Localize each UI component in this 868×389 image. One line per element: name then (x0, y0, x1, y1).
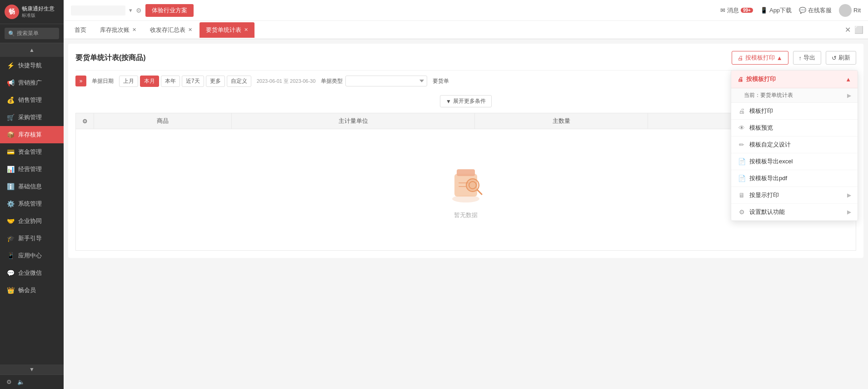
sidebar-item-purchase[interactable]: 🛒 采购管理 (0, 109, 64, 126)
dropdown-item-template-preview[interactable]: 👁 模板预览 (731, 120, 858, 136)
date-current-month-btn[interactable]: 本月 (140, 76, 159, 87)
sidebar-item-member[interactable]: 👑 畅会员 (0, 282, 64, 299)
dropdown-item-template-export-pdf[interactable]: 📄 按模板导出pdf (731, 170, 858, 187)
date-current-year-btn[interactable]: 本年 (161, 76, 180, 87)
sidebar-item-marketing[interactable]: 📢 营销推广 (0, 74, 64, 91)
sidebar-item-operations[interactable]: 📊 经营管理 (0, 161, 64, 178)
expand-more-btn[interactable]: ▼ 展开更多条件 (440, 95, 492, 107)
app-logo-icon: 畅 (5, 5, 19, 19)
page-title: 要货单统计表(按商品) (75, 53, 146, 63)
topbar-dropdown-arrow[interactable]: ▾ (129, 7, 132, 14)
tab-inventory-batch[interactable]: 库存批次账 ✕ (94, 22, 143, 38)
trial-btn[interactable]: 体验行业方案 (145, 4, 194, 17)
order-type-select[interactable] (345, 76, 427, 86)
dropdown-sub-item-set-default[interactable]: ⚙ 设置默认功能 ▶ (731, 204, 858, 221)
empty-state-icon (443, 160, 489, 206)
dropdown-sub-item-display-print[interactable]: 🖥 按显示打印 ▶ (731, 187, 858, 204)
dropdown-current-item[interactable]: 当前：要货单统计表 ▶ (731, 88, 858, 103)
sidebar-item-label: 经营管理 (18, 165, 42, 173)
sidebar-item-newbie[interactable]: 🎓 新手引导 (0, 230, 64, 247)
sales-icon: 💰 (6, 96, 15, 104)
sidebar-item-system[interactable]: ⚙️ 系统管理 (0, 195, 64, 212)
date-last7-btn[interactable]: 近7天 (182, 76, 204, 87)
empty-state-text: 暂无数据 (454, 211, 478, 219)
main-area: ▾ ⚙ 体验行业方案 ✉ 消息 99+ 📱 App下载 💬 在线客服 Rit (64, 0, 868, 389)
dropdown-item-template-print[interactable]: 🖨 模板打印 (731, 103, 858, 120)
table-settings-icon[interactable]: ⚙ (82, 118, 88, 125)
sidebar-item-label: 企业微信 (18, 269, 42, 277)
sidebar-item-label: 资金管理 (18, 148, 42, 156)
tab-minimize-icon[interactable]: ✕ (845, 25, 851, 34)
dropdown-item-template-print-label: 模板打印 (749, 107, 773, 115)
dropdown-header[interactable]: 🖨 按模板打印 ▲ (731, 71, 858, 88)
page-actions: 🖨 按模板打印 ▲ ↑ 导出 ↺ 刷新 (732, 51, 856, 65)
tab-order-summary-close[interactable]: ✕ (244, 27, 248, 33)
sidebar-item-inventory[interactable]: 📦 库存核算 (0, 126, 64, 143)
tab-order-summary[interactable]: 要货单统计表 ✕ (200, 22, 254, 38)
sidebar-item-basic[interactable]: ℹ️ 基础信息 (0, 178, 64, 195)
sidebar-item-appstore[interactable]: 📱 应用中心 (0, 247, 64, 264)
messages-btn[interactable]: ✉ 消息 99+ (720, 6, 753, 15)
settings-footer-icon[interactable]: ⚙ (6, 379, 12, 385)
tab-receivable-summary[interactable]: 收发存汇总表 ✕ (144, 22, 199, 38)
tab-window-controls: ✕ ⬜ (845, 25, 863, 34)
tab-home[interactable]: 首页 (68, 22, 93, 38)
member-icon: 👑 (6, 287, 15, 294)
tab-inventory-batch-close[interactable]: ✕ (132, 27, 136, 33)
app-download-btn[interactable]: 📱 App下载 (760, 6, 792, 15)
dropdown-display-print-label: 按显示打印 (749, 191, 779, 199)
page-title-row: 要货单统计表(按商品) 🖨 按模板打印 ▲ ↑ 导出 ↺ 刷新 (75, 51, 856, 65)
sidebar-scroll-up[interactable]: ▲ (2, 45, 62, 55)
dropdown-header-collapse-arrow[interactable]: ▲ (845, 76, 851, 83)
user-avatar-btn[interactable]: Rit (839, 4, 861, 17)
username-label: Rit (853, 7, 861, 14)
template-print-btn[interactable]: 🖨 按模板打印 ▲ (732, 51, 788, 65)
refresh-btn[interactable]: ↺ 刷新 (826, 51, 856, 65)
date-prev-month-btn[interactable]: 上月 (119, 76, 138, 87)
system-icon: ⚙️ (6, 200, 15, 207)
refresh-label: 刷新 (838, 54, 850, 62)
order-type-filter: 单据类型 (321, 76, 427, 86)
messages-icon: ✉ (720, 7, 725, 14)
tab-maximize-icon[interactable]: ⬜ (854, 25, 863, 34)
dropdown-display-print-arrow: ▶ (847, 192, 851, 198)
sidebar-item-wechat[interactable]: 💬 企业微信 (0, 264, 64, 282)
template-preview-item-icon: 👁 (738, 124, 746, 131)
sidebar-item-finance[interactable]: 💳 资金管理 (0, 143, 64, 161)
topbar-left: ▾ ⚙ 体验行业方案 (71, 4, 194, 17)
date-range-label: 2023-06-01 至 2023-06-30 (257, 78, 316, 85)
col-settings[interactable]: ⚙ (76, 113, 94, 129)
sidebar-scroll-down[interactable]: ▼ (0, 364, 64, 374)
operations-icon: 📊 (6, 166, 15, 173)
sidebar-item-sales[interactable]: 💰 销售管理 (0, 91, 64, 109)
export-btn[interactable]: ↑ 导出 (793, 51, 822, 65)
topbar-gear-icon[interactable]: ⚙ (136, 7, 142, 14)
dropdown-current-label: 当前：要货单统计表 (744, 91, 793, 99)
date-custom-btn[interactable]: 自定义 (227, 76, 251, 87)
filter-expand-btn[interactable]: » (75, 76, 86, 86)
messages-label: 消息 (727, 6, 739, 15)
tab-receivable-summary-close[interactable]: ✕ (188, 27, 192, 33)
date-buttons: 上月 本月 本年 近7天 更多 自定义 (119, 76, 251, 87)
page-inner: 要货单统计表(按商品) 🖨 按模板打印 ▲ ↑ 导出 ↺ 刷新 (68, 44, 863, 258)
dropdown-item-template-custom[interactable]: ✏ 模板自定义设计 (731, 136, 858, 153)
sidebar-item-enterprise[interactable]: 🤝 企业协同 (0, 212, 64, 230)
order-type-label: 单据类型 (321, 77, 343, 85)
topbar-search-input[interactable] (71, 5, 125, 15)
online-service-icon: 💬 (799, 7, 806, 14)
sidebar-search-area[interactable]: 🔍 搜索菜单 (0, 24, 64, 43)
order-goods-filter: 要货单 (433, 77, 449, 85)
sidebar-item-quick-nav[interactable]: ⚡ 快捷导航 (0, 57, 64, 74)
display-print-icon: 🖥 (738, 192, 746, 199)
enterprise-icon: 🤝 (6, 217, 15, 225)
date-more-btn[interactable]: 更多 (206, 76, 225, 87)
online-service-btn[interactable]: 💬 在线客服 (799, 6, 832, 15)
tab-order-summary-label: 要货单统计表 (206, 26, 241, 34)
sound-footer-icon[interactable]: 🔈 (17, 379, 25, 385)
dropdown-item-template-export-excel[interactable]: 📄 按模板导出excel (731, 153, 858, 170)
app-download-label: App下载 (769, 6, 792, 15)
finance-icon: 💳 (6, 148, 15, 156)
messages-badge: 99+ (741, 8, 753, 13)
appstore-icon: 📱 (6, 252, 15, 259)
sidebar-search-inner[interactable]: 🔍 搜索菜单 (5, 28, 59, 39)
